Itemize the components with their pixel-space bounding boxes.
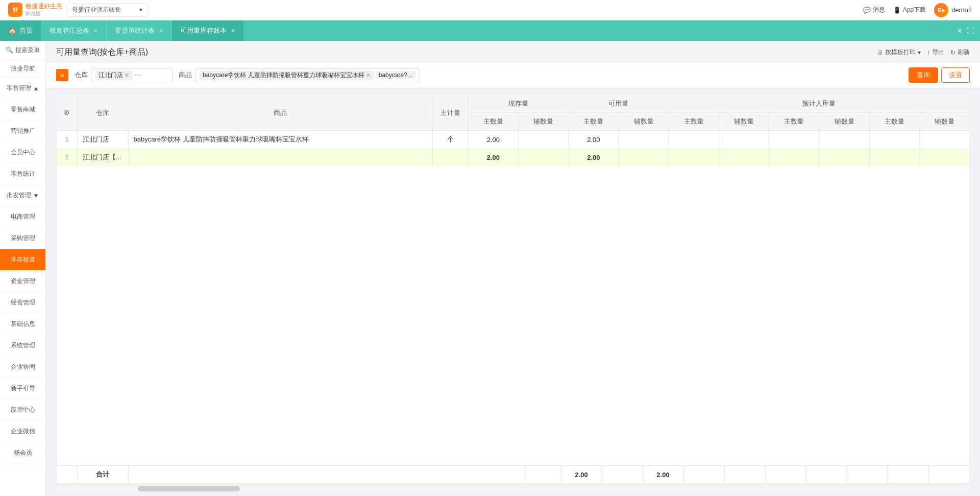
sidebar-item-marketing[interactable]: 营销推广 <box>0 121 45 142</box>
horizontal-scrollbar[interactable] <box>56 486 970 492</box>
sidebar-item-app-center-label: 应用中心 <box>11 406 35 414</box>
tab-spacer <box>244 20 950 41</box>
th-stock-aux: 辅数量 <box>518 113 568 131</box>
industry-label: 母婴行业演示账套 <box>72 6 121 14</box>
row-avail-aux-1 <box>619 131 669 149</box>
sidebar-item-finance-label: 资金管理 <box>11 277 35 286</box>
sidebar-item-purchase[interactable]: 采购管理 <box>0 228 45 249</box>
tab-close-all[interactable]: ✕ <box>957 27 963 35</box>
footer-unit-col <box>525 466 561 483</box>
row-incoming-aux-1 <box>819 131 869 149</box>
product-tag-2: babycare?... <box>376 71 415 79</box>
user-area[interactable]: Ea demo2 <box>934 3 972 17</box>
sidebar-item-retail-stats-label: 零售统计 <box>11 170 35 178</box>
th-avail-main: 主数量 <box>569 113 619 131</box>
sidebar-item-system[interactable]: 系统管理 <box>0 335 45 357</box>
sidebar-item-finance[interactable]: 资金管理 <box>0 271 45 292</box>
sidebar-item-retail-store[interactable]: 零售商城 <box>0 99 45 121</box>
home-icon: 🏠 <box>8 27 16 35</box>
export-btn[interactable]: ↑ 导出 <box>927 48 944 57</box>
query-btn[interactable]: 查询 <box>909 67 938 83</box>
footer-bar: 合计 2.00 2.00 <box>56 466 970 484</box>
sidebar-item-member[interactable]: 会员中心 <box>0 142 45 163</box>
sidebar-item-app-center[interactable]: 应用中心 <box>0 399 45 421</box>
warehouse-more-icon[interactable]: ··· <box>134 70 141 80</box>
product-filter: 商品 babycare学饮杯 儿童防摔防撞吸管杯重力球吸嘴杯宝宝水杯 ✕ bab… <box>179 68 420 82</box>
row-unit-1: 个 <box>432 131 468 149</box>
product-input[interactable]: babycare学饮杯 儿童防摔防撞吸管杯重力球吸嘴杯宝宝水杯 ✕ babyca… <box>195 68 420 82</box>
sidebar-item-inventory[interactable]: 库存核算 <box>0 249 45 271</box>
app-download-label: App下载 <box>903 6 926 14</box>
product-tag-2-text: babycare?... <box>379 72 412 79</box>
table-row: 1 江北门店 babycare学饮杯 儿童防摔防撞吸管杯重力球吸嘴杯宝宝水杯 个… <box>57 131 969 149</box>
warehouse-tag-close[interactable]: ✕ <box>125 72 129 79</box>
filter-expand-btn[interactable]: » <box>56 69 68 81</box>
filter-actions: 查询 设置 <box>909 67 970 83</box>
sidebar-item-enterprise[interactable]: 企业协同 <box>0 357 45 378</box>
top-bar-right: 💬 消息 📱 App下载 Ea demo2 <box>863 3 972 17</box>
tab-requisition-close[interactable]: ✕ <box>159 28 163 34</box>
warehouse-input[interactable]: 江北门店 ✕ ··· <box>91 68 173 82</box>
print-btn[interactable]: 🖨 按模板打印 ▾ <box>877 48 921 57</box>
sidebar-item-ecommerce[interactable]: 电商管理 <box>0 206 45 228</box>
app-name: 畅捷通好生意 <box>26 3 62 10</box>
sidebar-item-guide[interactable]: 新手引导 <box>0 378 45 399</box>
industry-selector[interactable]: 母婴行业演示账套 ▾ <box>66 3 148 17</box>
tab-available-close[interactable]: ✕ <box>231 28 235 34</box>
row-num-1: 1 <box>57 131 77 149</box>
user-name: demo2 <box>951 6 972 14</box>
tab-home[interactable]: 🏠 首页 <box>0 20 41 41</box>
product-tag-1-close[interactable]: ✕ <box>366 72 371 79</box>
tab-available[interactable]: 可用量库存账本 ✕ <box>172 20 244 41</box>
tab-collect-close[interactable]: ✕ <box>93 28 98 34</box>
row-purchase-aux-2 <box>719 149 769 167</box>
app-edition: 标准版 <box>26 10 62 17</box>
th-settings-icon[interactable]: ⚙ <box>57 95 77 131</box>
refresh-label: 刷新 <box>958 48 970 57</box>
tab-collect[interactable]: 收发存汇总表 ✕ <box>41 20 107 41</box>
th-purchase-main: 主数量 <box>669 113 719 131</box>
sidebar-item-enterprise-wx[interactable]: 企业微信 <box>0 421 45 442</box>
content-area: 可用量查询(按仓库+商品) 🖨 按模板打印 ▾ ↑ 导出 ↻ 刷新 » <box>46 41 980 496</box>
row-product-2 <box>128 149 432 167</box>
footer-f-aux <box>928 466 969 483</box>
sidebar-item-member2[interactable]: 畅会员 <box>0 442 45 464</box>
row-stock-main-2: 2.00 <box>468 149 518 167</box>
message-action[interactable]: 💬 消息 <box>863 6 885 14</box>
row-finished-aux-1 <box>919 131 969 149</box>
footer-i-main <box>806 466 847 483</box>
table-row: 2 江北门店【... 2.00 2.00 <box>57 149 969 167</box>
print-icon: 🖨 <box>877 49 883 56</box>
tab-expand[interactable]: ⛶ <box>967 27 974 35</box>
tab-requisition[interactable]: 要货单统计表 ✕ <box>107 20 172 41</box>
tab-requisition-label: 要货单统计表 <box>115 26 155 35</box>
table-body: 1 江北门店 babycare学饮杯 儿童防摔防撞吸管杯重力球吸嘴杯宝宝水杯 个… <box>57 131 969 167</box>
scrollbar-thumb[interactable] <box>138 486 240 491</box>
sidebar-quick-nav[interactable]: 快捷导航 <box>0 60 45 78</box>
footer-p-main <box>724 466 765 483</box>
warehouse-tag: 江北门店 ✕ <box>95 70 132 80</box>
sidebar-item-retail-mgmt-label: 零售管理 <box>7 84 31 92</box>
sidebar-item-wholesale-mgmt[interactable]: 批发管理 ▼ <box>0 185 45 206</box>
row-finished-main-2 <box>869 149 919 167</box>
th-finished-main: 主数量 <box>869 113 919 131</box>
sidebar-item-guide-label: 新手引导 <box>11 384 35 393</box>
page-actions: 🖨 按模板打印 ▾ ↑ 导出 ↻ 刷新 <box>877 48 970 57</box>
th-incoming-group: 预计入库量 <box>669 95 969 113</box>
sidebar-item-basics[interactable]: 基础信息 <box>0 314 45 335</box>
app-download-action[interactable]: 📱 App下载 <box>893 6 926 14</box>
sidebar-item-retail-mgmt[interactable]: 零售管理 ▲ <box>0 78 45 99</box>
sidebar-search[interactable]: 🔍 搜索菜单 <box>0 41 45 60</box>
sidebar: 🔍 搜索菜单 快捷导航 零售管理 ▲ 零售商城 营销推广 会员中心 零售统计 批… <box>0 41 46 496</box>
sidebar-item-retail-stats[interactable]: 零售统计 <box>0 163 45 185</box>
refresh-btn[interactable]: ↻ 刷新 <box>950 48 970 57</box>
settings-btn[interactable]: 设置 <box>941 67 970 83</box>
tab-home-label: 首页 <box>19 26 33 35</box>
tab-bar: 🏠 首页 收发存汇总表 ✕ 要货单统计表 ✕ 可用量库存账本 ✕ ✕ ⛶ <box>0 20 980 41</box>
sidebar-item-operations[interactable]: 经营管理 <box>0 292 45 314</box>
footer-row: 合计 2.00 2.00 <box>57 466 969 483</box>
footer-avail-main: 2.00 <box>643 466 683 483</box>
page-header: 可用量查询(按仓库+商品) 🖨 按模板打印 ▾ ↑ 导出 ↻ 刷新 <box>46 41 980 62</box>
main-table: ⚙ 仓库 商品 主计量 现存量 可用量 预计入库量 主数量 辅数量 主数量 辅数… <box>57 95 969 166</box>
row-avail-main-1: 2.00 <box>569 131 619 149</box>
